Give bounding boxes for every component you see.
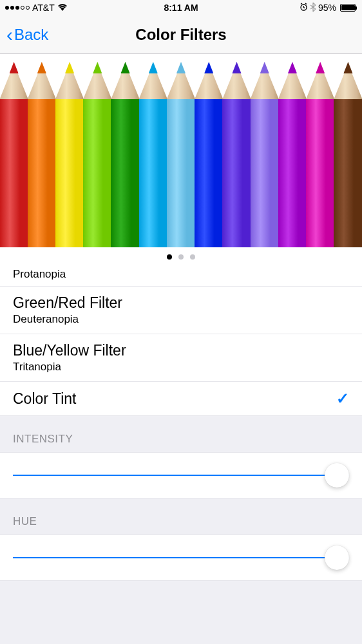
page-dot[interactable] — [190, 254, 195, 260]
filter-option[interactable]: Green/Red FilterDeuteranopia — [0, 287, 362, 334]
bluetooth-icon — [310, 3, 316, 14]
back-button[interactable]: ‹ Back — [6, 24, 48, 46]
filter-title: Color Tint — [13, 390, 76, 408]
pencil — [195, 61, 223, 247]
filter-title: Green/Red Filter — [13, 294, 122, 312]
wifi-icon — [57, 3, 68, 13]
filter-option[interactable]: Protanopia — [0, 267, 362, 287]
signal-strength-icon — [5, 6, 30, 10]
pencil — [167, 61, 195, 247]
pencil — [222, 61, 251, 247]
filter-option[interactable]: Color Tint✓ — [0, 382, 362, 416]
nav-bar: ‹ Back Color Filters — [0, 15, 362, 54]
back-label: Back — [14, 26, 48, 44]
chevron-left-icon: ‹ — [6, 24, 13, 46]
section-header: INTENSITY — [0, 416, 362, 452]
pencil — [55, 61, 84, 247]
alarm-icon — [300, 3, 308, 13]
filter-title: Blue/Yellow Filter — [13, 342, 126, 359]
pencil — [111, 61, 139, 247]
slider[interactable] — [13, 548, 349, 567]
page-title: Color Filters — [135, 26, 226, 44]
pencil — [251, 61, 279, 247]
filter-option[interactable]: Blue/Yellow FilterTritanopia — [0, 334, 362, 382]
slider[interactable] — [13, 466, 349, 485]
pencil — [306, 61, 334, 247]
carrier-label: AT&T — [32, 3, 55, 13]
checkmark-icon: ✓ — [336, 390, 349, 408]
status-right: 95% — [240, 3, 357, 14]
slider-track — [13, 475, 349, 476]
pencil — [28, 61, 56, 247]
pencil — [0, 61, 28, 247]
page-dot[interactable] — [167, 254, 172, 260]
filter-list: ProtanopiaGreen/Red FilterDeuteranopiaBl… — [0, 267, 362, 416]
pencil — [139, 61, 167, 247]
slider-thumb[interactable] — [325, 545, 349, 570]
slider-hue — [0, 535, 362, 581]
page-indicator[interactable] — [0, 247, 362, 267]
status-left: AT&T — [5, 3, 122, 13]
pencil — [334, 61, 362, 247]
battery-icon — [339, 4, 357, 12]
filter-subtitle: Tritanopia — [13, 361, 126, 374]
filter-subtitle: Protanopia — [13, 268, 66, 281]
pencils-preview[interactable] — [0, 54, 362, 247]
slider-track — [13, 557, 349, 558]
section-header: HUE — [0, 498, 362, 535]
filter-subtitle: Deuteranopia — [13, 313, 122, 326]
pencil — [278, 61, 307, 247]
battery-percent: 95% — [318, 3, 336, 13]
status-time: 8:11 AM — [122, 3, 240, 13]
slider-thumb[interactable] — [325, 463, 349, 488]
page-dot[interactable] — [178, 254, 184, 260]
slider-intensity — [0, 452, 362, 498]
pencil — [83, 61, 111, 247]
status-bar: AT&T 8:11 AM 95% — [0, 0, 362, 15]
